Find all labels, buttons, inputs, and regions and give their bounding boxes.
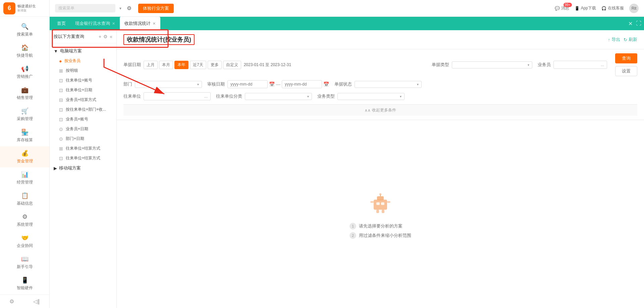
scheme-item-label-detail: 按明细 (66, 68, 78, 73)
date-btn-last-month[interactable]: 上月 (144, 61, 158, 69)
scheme-item-partner-dept[interactable]: ⊡ 按往来单位+部门+收... (50, 105, 116, 114)
sidebar-item-guide[interactable]: 📖 新手引导 (0, 252, 49, 273)
svg-rect-2 (381, 202, 384, 205)
inventory-icon: 🏪 (21, 129, 29, 136)
settings-bottom-icon[interactable]: ⚙ (9, 298, 14, 305)
sidebar-label-hardware: 智能硬件 (17, 285, 33, 291)
scheme-setting-icon[interactable]: ⚙ (103, 34, 108, 39)
docstatus-select[interactable]: ▾ (355, 81, 422, 88)
tab-home[interactable]: 首页 (52, 17, 70, 30)
date-btn-this-year[interactable]: 本年 (174, 61, 189, 69)
export-btn[interactable]: ↑ 导出 (608, 37, 621, 43)
scheme-item-sales-payment[interactable]: ⊟ 业务员+结算方式 (50, 95, 116, 105)
empty-step-2: 2 用过滤条件来缩小分析范围 (350, 232, 411, 239)
tab-bank-close[interactable]: ✕ (112, 21, 115, 26)
sidebar-item-business[interactable]: 📊 经营管理 (0, 167, 49, 189)
tab-collection-stats[interactable]: 收款情况统计 ✕ (120, 17, 160, 30)
counterpart-label: 往来单位 (123, 93, 141, 99)
sidebar-item-hardware[interactable]: 📱 智能硬件 (0, 273, 49, 294)
scheme-group-pc-header[interactable]: ▼ 电脑端方案 (50, 46, 116, 56)
date-btn-custom[interactable]: 自定义 (223, 61, 241, 69)
scheme-item-sales-account[interactable]: ⊡ 业务员+账号 (50, 114, 116, 124)
counterpart-type-label: 往来单位分类 (216, 93, 242, 99)
review-date-to[interactable] (282, 80, 322, 88)
collapse-sidebar-icon[interactable]: ◁∥ (33, 298, 40, 305)
sidebar-item-purchase[interactable]: 🛒 采购管理 (0, 104, 49, 125)
date-btn-7days[interactable]: 近7天 (190, 61, 206, 69)
review-cal-from: 📅 (269, 82, 275, 87)
scheme-add-icon[interactable]: + (99, 34, 101, 39)
scheme-item-icon-sp: ⊟ (59, 97, 63, 103)
trial-btn[interactable]: 体验行业方案 (138, 4, 174, 13)
basic-icon: 📋 (21, 192, 29, 199)
scheme-group-mobile-header[interactable]: ▶ 移动端方案 (50, 163, 116, 173)
scheme-item-sales-date[interactable]: ⊙ 业务员+日期 (50, 124, 116, 134)
topbar-gear-icon[interactable]: ⚙ (127, 5, 131, 11)
collapse-bar[interactable]: ∧∧ 收起更多条件 (123, 104, 637, 116)
sales-icon: 💼 (21, 86, 29, 94)
marketing-icon: 📢 (21, 65, 29, 72)
scheme-collapse-icon[interactable]: « (110, 34, 112, 39)
review-date-from[interactable] (227, 80, 268, 88)
tab-bank-flow[interactable]: 现金银行流水查询 ✕ (70, 17, 120, 30)
sidebar-item-marketing[interactable]: 📢 营销推广 (0, 62, 49, 83)
scheme-header: 按以下方案查询 + ⚙ « (50, 30, 116, 43)
scheme-item-partner-account[interactable]: ⊡ 往来单位+账号 (50, 75, 116, 85)
scheme-group-arrow-right: ▶ (54, 166, 57, 171)
scheme-list: ▼ 电脑端方案 ● 按业务员 ⊞ 按明细 ⊡ 往来单位+账号 (50, 43, 116, 308)
refresh-btn[interactable]: ↻ 刷新 (624, 37, 637, 43)
page-header: 收款情况统计(按业务员) ↑ 导出 ↻ 刷新 (117, 30, 644, 49)
svg-rect-3 (377, 196, 384, 200)
biztype-arrow: ▾ (400, 95, 401, 98)
sidebar-item-system[interactable]: ⚙ 系统管理 (0, 210, 49, 231)
sidebar-item-quicknav[interactable]: 🏠 快捷导航 (0, 41, 49, 62)
scheme-item-partner-payment1[interactable]: ⊞ 往来单位+结算方式 (50, 144, 116, 153)
sidebar-label-sales: 销售管理 (17, 95, 33, 101)
setting-btn[interactable]: 设置 (615, 66, 637, 76)
scheme-group-mobile-label: 移动端方案 (59, 165, 81, 171)
sidebar-item-inventory[interactable]: 🏪 库存核算 (0, 125, 49, 146)
sidebar-item-basic[interactable]: 📋 基础信息 (0, 189, 49, 210)
dept-arrow: ▾ (197, 83, 199, 86)
message-btn[interactable]: 💬 消息 99+ (555, 5, 569, 11)
sidebar-label-marketing: 营销推广 (17, 74, 33, 80)
sidebar-label-inventory: 库存核算 (17, 137, 33, 143)
refresh-icon: ↻ (624, 37, 627, 42)
counterpart-type-select[interactable]: ▾ (245, 93, 312, 100)
tab-close-all-icon[interactable]: ✕ (628, 20, 633, 27)
doctype-select[interactable]: ▾ (452, 61, 532, 68)
scheme-item-by-detail[interactable]: ⊞ 按明细 (50, 66, 116, 75)
query-btn[interactable]: 查询 (615, 53, 637, 63)
counterpart-more[interactable]: ... (204, 94, 208, 99)
filter-row-1: 单据日期 上月 本月 本年 近7天 更多 自定义 2023-01-01 至 20… (123, 53, 637, 76)
scheme-item-partner-date[interactable]: ⊡ 往来单位+日期 (50, 85, 116, 95)
svg-rect-0 (374, 200, 387, 210)
user-avatar[interactable]: Rit (629, 4, 639, 13)
scheme-item-icon-pp1: ⊞ (59, 146, 63, 151)
salesperson-more[interactable]: ... (601, 62, 604, 67)
filter-docstatus-item: 单据状态 ▾ (334, 81, 422, 88)
scheme-item-dept-date[interactable]: ⊙ 部门+日期 (50, 134, 116, 144)
sidebar-item-sales[interactable]: 💼 销售管理 (0, 83, 49, 104)
message-icon: 💬 (555, 6, 560, 11)
export-icon: ↑ (608, 37, 610, 42)
filter-salesperson-item: 业务员 ... (538, 61, 607, 69)
date-btn-more[interactable]: 更多 (208, 61, 222, 69)
date-btn-this-month[interactable]: 本月 (159, 61, 173, 69)
online-service-btn[interactable]: 🎧 在线客服 (601, 5, 624, 11)
date-range-text: 2023-01-01 至 2023-12-31 (244, 62, 291, 68)
step-2-text: 用过滤条件来缩小分析范围 (359, 233, 411, 239)
tab-collection-close[interactable]: ✕ (153, 21, 156, 26)
biztype-select[interactable]: ▾ (337, 93, 405, 100)
scheme-actions: + ⚙ « (99, 34, 112, 39)
tab-fullscreen-icon[interactable]: ⛶ (636, 20, 641, 27)
scheme-item-by-salesperson[interactable]: ● 按业务员 (50, 56, 116, 66)
topbar-dropdown-arrow[interactable]: ▾ (119, 6, 121, 11)
dept-label: 部门 (123, 81, 132, 87)
sidebar-item-search[interactable]: 🔍 搜索菜单 (0, 19, 49, 41)
app-download-btn[interactable]: 📱 App下载 (575, 5, 596, 11)
scheme-item-partner-payment2[interactable]: ⊡ 往来单位+结算方式 (50, 153, 116, 163)
sidebar-item-finance[interactable]: 💰 资金管理 (0, 146, 49, 167)
dept-select[interactable]: ▾ (135, 81, 202, 88)
sidebar-item-collab[interactable]: 🤝 企业协同 (0, 231, 49, 252)
